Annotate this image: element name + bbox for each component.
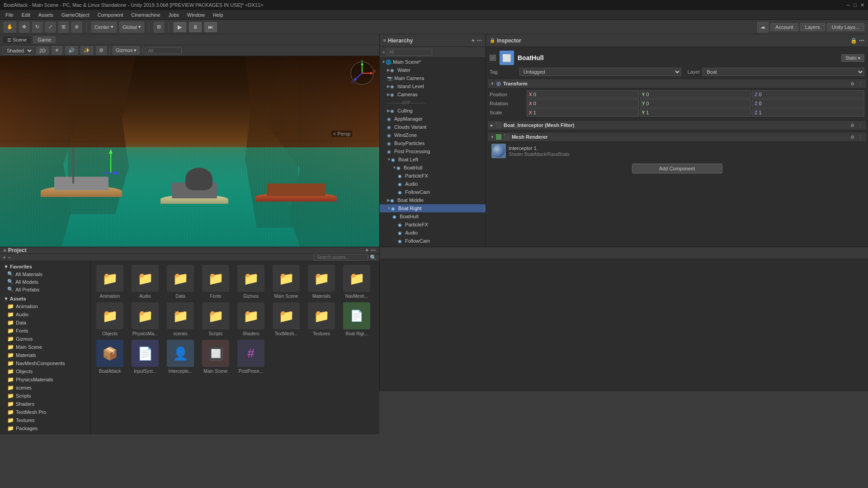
layout-btn[interactable]: Unity Layo...: [827, 23, 864, 31]
folder-animation[interactable]: 📁 Animation: [0, 302, 90, 310]
hier-postprocess[interactable]: ◉ Post Processing: [380, 147, 486, 155]
asset-boat-rigid[interactable]: 📄 Boat Rigi...: [341, 302, 373, 336]
tool-move[interactable]: ✥: [19, 22, 29, 33]
mesh-filter-header[interactable]: ▶ ⬛ Boat_Interceptor (Mesh Filter) ⚙ ⋮: [488, 120, 866, 130]
object-enable-checkbox[interactable]: ✓: [490, 55, 496, 61]
rot-y-field[interactable]: Y 0: [640, 99, 752, 108]
project-search[interactable]: [314, 254, 368, 261]
fav-all-models[interactable]: 🔍 All Models: [0, 278, 90, 286]
hier-particlefx-left[interactable]: ◉ ParticleFX: [380, 172, 486, 180]
hier-main-camera[interactable]: 📷 Main Camera: [380, 74, 486, 82]
tool-rotate[interactable]: ↻: [32, 22, 42, 33]
proj-add-btn[interactable]: +: [365, 247, 368, 253]
hier-main-scene[interactable]: ▼ 🌐 Main Scene*: [380, 58, 486, 66]
asset-navmesh[interactable]: 📁 NavMesh...: [341, 265, 373, 299]
folder-physics[interactable]: 📁 PhysicsMaterials: [0, 375, 90, 384]
hier-boat-left[interactable]: ▼ ◉ Boat Left: [380, 155, 486, 164]
folder-textures[interactable]: 📁 Textures: [0, 416, 90, 424]
hier-clouds[interactable]: ◉ Clouds Variant: [380, 123, 486, 131]
menu-edit[interactable]: Edit: [18, 11, 34, 19]
asset-materials[interactable]: 📁 Materials: [306, 265, 337, 299]
folder-materials[interactable]: 📁 Materials: [0, 351, 90, 359]
scale-x-field[interactable]: X 1: [527, 108, 639, 117]
rot-x-field[interactable]: X 0: [527, 99, 639, 108]
cloud-btn[interactable]: ☁: [757, 22, 769, 33]
asset-interceptor[interactable]: 👤 Intercepto...: [165, 340, 196, 374]
hier-cameras[interactable]: ▶ ◉ Cameras: [380, 90, 486, 99]
asset-objects[interactable]: 📁 Objects: [94, 302, 126, 336]
folder-audio[interactable]: 📁 Audio: [0, 310, 90, 319]
mesh-filter-settings-btn[interactable]: ⚙: [849, 122, 855, 128]
static-btn[interactable]: Static ▾: [841, 54, 864, 62]
pause-btn[interactable]: ⏸: [189, 22, 202, 32]
scene-search[interactable]: [146, 47, 182, 54]
asset-main-scene[interactable]: 🔲 Main Scene: [200, 340, 231, 374]
menu-component[interactable]: Component: [94, 11, 127, 19]
menu-jobs[interactable]: Jobs: [165, 11, 183, 19]
hier-island-level[interactable]: ▶ ◉ Island Level: [380, 82, 486, 90]
add-component-btn[interactable]: Add Component: [632, 164, 722, 174]
insp-lock-btn[interactable]: 🔒: [850, 38, 857, 44]
hier-boathull-right[interactable]: ◉ BoatHull: [380, 212, 486, 221]
menu-window[interactable]: Window: [184, 11, 208, 19]
shading-select[interactable]: Shaded: [3, 47, 33, 55]
asset-inputsyst[interactable]: 📄 InputSyst...: [129, 340, 161, 374]
proj-more-btn[interactable]: ⋯: [370, 247, 376, 253]
rot-z-field[interactable]: Z 0: [752, 99, 864, 108]
hier-more-btn[interactable]: ⋯: [476, 38, 482, 44]
asset-textmesh[interactable]: 📁 TextMesh...: [270, 302, 302, 336]
tool-scale[interactable]: ⤢: [45, 22, 56, 33]
menu-help[interactable]: Help: [209, 11, 227, 19]
snap-btn[interactable]: ⊞: [154, 22, 164, 33]
pivot-center-btn[interactable]: Center ▾: [91, 22, 117, 33]
folder-scripts[interactable]: 📁 Scripts: [0, 392, 90, 400]
account-btn[interactable]: Account: [770, 23, 798, 31]
folder-fonts[interactable]: 📁 Fonts: [0, 327, 90, 335]
asset-scenes[interactable]: 📁 scenes: [165, 302, 196, 336]
asset-scripts[interactable]: 📁 Scripts: [200, 302, 231, 336]
tab-game[interactable]: Game: [33, 36, 56, 43]
folder-data[interactable]: 📁 Data: [0, 319, 90, 327]
hier-buoy[interactable]: ◉ BuoyParticles: [380, 139, 486, 147]
scale-z-field[interactable]: Z 1: [752, 108, 864, 117]
menu-file[interactable]: File: [2, 11, 17, 19]
asset-data[interactable]: 📁 Data: [165, 265, 196, 299]
asset-audio[interactable]: 📁 Audio: [129, 265, 161, 299]
asset-shaders[interactable]: 📁 Shaders: [235, 302, 267, 336]
asset-animation[interactable]: 📁 Animation: [94, 265, 126, 299]
proj-plus[interactable]: +: [3, 254, 6, 261]
scene-settings-btn[interactable]: ⚙: [96, 46, 107, 55]
dim-2d-btn[interactable]: 2D: [36, 47, 49, 55]
menu-gameobject[interactable]: GameObject: [58, 11, 93, 19]
transform-menu-btn[interactable]: ⋮: [857, 80, 863, 87]
maximize-btn[interactable]: □: [854, 2, 857, 8]
hier-boat-middle[interactable]: ▶ ◉ Boat Middle: [380, 196, 486, 204]
step-btn[interactable]: ⏭: [204, 22, 217, 32]
hier-appmanager[interactable]: ◉ AppManager: [380, 115, 486, 123]
folder-gizmos[interactable]: 📁 Gizmos: [0, 335, 90, 343]
folder-shaders[interactable]: 📁 Shaders: [0, 400, 90, 408]
mesh-renderer-settings-btn[interactable]: ⚙: [849, 134, 855, 140]
hier-water[interactable]: ▶ ◉ Water: [380, 66, 486, 74]
folder-scenes[interactable]: 📁 scenes: [0, 384, 90, 392]
folder-packages[interactable]: 📁 Packages: [0, 424, 90, 432]
tag-select[interactable]: Untagged: [519, 68, 681, 76]
folder-navmesh[interactable]: 📁 NavMeshComponents: [0, 359, 90, 367]
audio-btn[interactable]: 🔊: [65, 46, 78, 55]
fav-all-prefabs[interactable]: 🔍 All Prefabs: [0, 286, 90, 293]
hier-boat-right[interactable]: ▼ ◉ Boat Right ›: [380, 204, 486, 212]
hierarchy-search[interactable]: [387, 49, 432, 56]
asset-fonts[interactable]: 📁 Fonts: [200, 265, 231, 299]
scale-y-field[interactable]: Y 1: [640, 108, 752, 117]
asset-physicsma[interactable]: 📁 PhysicsMa...: [129, 302, 161, 336]
asset-gizmos[interactable]: 📁 Gizmos: [235, 265, 267, 299]
menu-assets[interactable]: Assets: [35, 11, 57, 19]
pos-y-field[interactable]: Y 0: [640, 90, 752, 99]
hier-followcam-right[interactable]: ◉ FollowCam: [380, 237, 486, 245]
hier-particlefx-right[interactable]: ◉ ParticleFX: [380, 221, 486, 229]
hier-followcam-left[interactable]: ◉ FollowCam: [380, 188, 486, 196]
play-btn[interactable]: ▶: [174, 22, 186, 32]
pos-z-field[interactable]: Z 0: [752, 90, 864, 99]
insp-more-btn[interactable]: ⋯: [859, 38, 864, 44]
tool-hand[interactable]: ✋: [4, 22, 16, 33]
